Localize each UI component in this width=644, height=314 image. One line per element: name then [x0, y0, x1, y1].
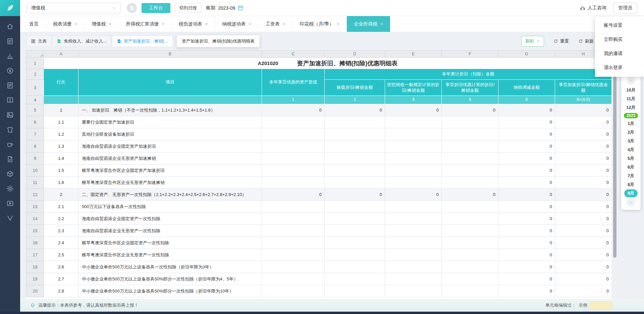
nav-tab-6[interactable]: 工资表× [259, 16, 293, 32]
close-icon[interactable]: × [205, 21, 208, 26]
cell-value[interactable] [325, 213, 385, 225]
cell-value[interactable]: 0 [498, 116, 555, 128]
row-header[interactable]: 9 [26, 152, 44, 165]
cell-item[interactable]: 海南自由贸易港企业固定资产一次性扣除 [78, 213, 262, 225]
row-header[interactable]: 10 [26, 165, 44, 177]
cell-value[interactable] [262, 213, 325, 225]
sheet-tab-0[interactable]: 主表 [26, 36, 51, 47]
cell-value[interactable] [442, 201, 498, 213]
home-icon[interactable] [6, 23, 14, 30]
row-header[interactable]: 11 [26, 177, 44, 189]
month-item[interactable]: 11月 [627, 95, 636, 103]
box-icon[interactable] [6, 170, 14, 178]
cell-line-no[interactable]: 1.5 [44, 165, 78, 177]
cell-value[interactable] [262, 177, 325, 189]
cell-value[interactable]: 0 [498, 213, 555, 225]
row-header[interactable]: 18 [26, 261, 44, 273]
cell-value[interactable]: 0 [498, 201, 555, 213]
cell-item[interactable]: 中小微企业单价500万元以上设备器具一次性扣除（折旧年限为3年） [78, 261, 262, 273]
cell-value[interactable]: 0 [385, 189, 442, 201]
scroll-up-icon[interactable] [627, 76, 635, 84]
tax-type-select[interactable]: 增值税 [27, 3, 121, 13]
close-icon[interactable]: × [249, 21, 251, 26]
period-dropdown-button[interactable]: 期初 [521, 36, 544, 47]
month-item[interactable]: 4月 [628, 145, 634, 154]
vertical-scrollbar[interactable] [612, 50, 617, 299]
close-icon[interactable]: × [109, 21, 112, 26]
cell-value[interactable]: 0 [555, 285, 612, 297]
cell-item[interactable]: 一、 加速折旧、摊销（不含一次性扣除，1.1+1.2+1.3+1.4+1.5+1… [78, 104, 262, 116]
cell-value[interactable] [325, 128, 385, 140]
cell-line-no[interactable]: 1.6 [44, 177, 78, 189]
row-header[interactable]: 14 [26, 213, 44, 225]
cell-value[interactable]: 0 [555, 128, 612, 140]
cell-value[interactable] [385, 225, 442, 237]
cell-value[interactable] [262, 273, 325, 285]
cell-item[interactable]: 横琴粤澳深度合作区企业无形资产一次性扣除 [78, 249, 262, 261]
cell-value[interactable] [385, 165, 442, 177]
row-header[interactable]: 7 [26, 128, 44, 140]
cell-value[interactable] [262, 249, 325, 261]
cell-line-no[interactable]: 1.4 [44, 152, 78, 165]
cell-value[interactable] [325, 140, 385, 152]
cell-value[interactable] [385, 285, 442, 297]
cell-value[interactable] [325, 249, 385, 261]
cell-value[interactable] [262, 165, 325, 177]
cell-value[interactable] [325, 285, 385, 297]
cell-value[interactable] [325, 261, 385, 273]
month-item[interactable]: 8月 [628, 180, 634, 189]
account-menu-item-1[interactable]: 立即购买 [595, 33, 644, 47]
sheet-tab-1[interactable]: 免税收入、减计收入... [52, 36, 111, 47]
avatar[interactable] [127, 3, 137, 13]
cell-value[interactable] [325, 237, 385, 249]
cell-item[interactable]: 横琴粤澳深度合作区企业无形资产加速摊销 [78, 177, 262, 189]
cell-line-no[interactable]: 1 [44, 104, 78, 116]
close-icon[interactable]: × [283, 21, 285, 26]
cell-value[interactable] [262, 237, 325, 249]
workbench-button[interactable]: 工作台 [142, 3, 170, 13]
coffee-icon[interactable] [6, 141, 14, 148]
cell-value[interactable]: 0 [555, 177, 612, 189]
close-icon[interactable]: × [75, 21, 77, 26]
cell-value[interactable]: 0 [325, 189, 385, 201]
cell-value[interactable] [385, 128, 442, 140]
cell-value[interactable]: 0 [498, 285, 555, 297]
cell-value[interactable] [442, 152, 498, 165]
cell-value[interactable] [325, 165, 385, 177]
cell-value[interactable]: 0 [262, 189, 325, 201]
cell-value[interactable] [442, 140, 498, 152]
cell-value[interactable]: 0 [498, 177, 555, 189]
cell-value[interactable]: 0 [555, 237, 612, 249]
cell-value[interactable]: 0 [555, 140, 612, 152]
cell-value[interactable]: 0 [555, 189, 612, 201]
row-header[interactable]: 15 [26, 225, 44, 237]
cell-value[interactable] [385, 201, 442, 213]
cell-item[interactable]: 重要行业固定资产加速折旧 [78, 116, 262, 128]
cell-value[interactable]: 0 [555, 152, 612, 165]
cell-value[interactable] [442, 128, 498, 140]
cell-value[interactable] [262, 152, 325, 165]
row-header[interactable]: 4 [26, 96, 44, 104]
month-item[interactable]: 9月 [624, 189, 638, 197]
cell-value[interactable]: 0 [498, 225, 555, 237]
cell-value[interactable] [385, 249, 442, 261]
image-icon[interactable] [6, 111, 14, 119]
cell-line-no[interactable]: 2.7 [44, 273, 78, 285]
doc-check-icon[interactable] [6, 155, 14, 163]
scrollbar-thumb[interactable] [613, 52, 616, 258]
cell-value[interactable] [325, 201, 385, 213]
cell-line-no[interactable]: 2.1 [44, 201, 78, 213]
cell-line-no[interactable]: 2.8 [44, 285, 78, 297]
account-menu-item-2[interactable]: 我的邀请 [595, 47, 644, 61]
row-header[interactable]: 17 [26, 249, 44, 261]
cell-item[interactable]: 500万元以下设备器具一次性扣除 [78, 201, 262, 213]
column-header[interactable]: A [44, 51, 78, 58]
cell-value[interactable] [385, 273, 442, 285]
cell-value[interactable] [262, 116, 325, 128]
cell-value[interactable] [325, 177, 385, 189]
nav-tab-4[interactable]: 税负波动表× [172, 16, 215, 32]
cell-value[interactable] [442, 273, 498, 285]
cell-value[interactable]: 0 [498, 152, 555, 165]
row-header[interactable]: 1 [26, 58, 44, 69]
month-item[interactable]: 3月 [628, 137, 634, 145]
